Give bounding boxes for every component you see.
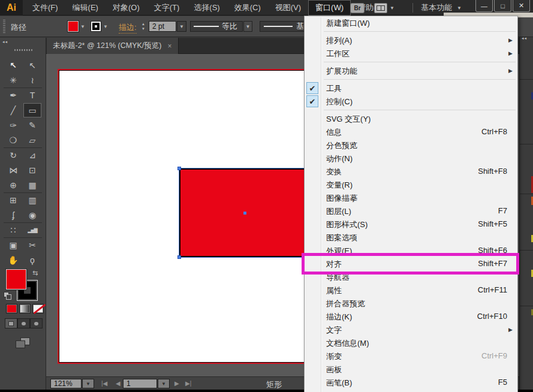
selection-tool[interactable]: ↖ — [4, 58, 22, 73]
mesh-tool[interactable]: ⊞ — [4, 193, 22, 207]
zoom-tool[interactable]: ϙ — [23, 253, 41, 267]
selection-handle[interactable] — [177, 255, 181, 259]
stroke-width-dropdown-icon[interactable]: ▼ — [177, 21, 186, 32]
menu-item-variables[interactable]: 变量(R) — [305, 178, 517, 191]
direct-selection-tool[interactable]: ↖ — [23, 58, 41, 73]
menu-item-arrange[interactable]: 排列(A)▶ — [305, 34, 517, 47]
previous-artboard-button[interactable]: ◀ — [116, 380, 121, 387]
slice-tool[interactable]: ✂ — [23, 238, 41, 252]
menu-item-pattern-options[interactable]: 图案选项 — [305, 231, 517, 244]
menubar-item[interactable]: 视图(V) — [268, 0, 308, 16]
menubar-item[interactable]: 文件(F) — [25, 0, 65, 16]
fill-color-chip[interactable] — [68, 21, 79, 32]
menu-item-attributes[interactable]: 属性Ctrl+F11 — [305, 284, 517, 297]
next-artboard-button[interactable]: ▶ — [174, 380, 179, 387]
artboard-dropdown-icon[interactable]: ▼ — [158, 379, 170, 388]
menu-item-layers[interactable]: 图层(L)F7 — [305, 204, 517, 218]
menu-item-control[interactable]: ✔控制(C) — [305, 95, 517, 108]
first-artboard-button[interactable]: |◀ — [101, 380, 107, 387]
fill-dropdown-icon[interactable]: ▼ — [80, 24, 85, 29]
stroke-dropdown-icon[interactable]: ▼ — [103, 24, 108, 29]
draw-normal-mode[interactable] — [5, 318, 17, 328]
rotate-tool[interactable]: ↻ — [4, 148, 22, 162]
menu-item-transform[interactable]: 变换Shift+F8 — [305, 165, 517, 178]
rectangle-tool[interactable]: ▭ — [23, 103, 41, 117]
menubar-item[interactable]: 窗口(W) — [308, 0, 351, 16]
menu-item-actions[interactable]: 动作(N) — [305, 152, 517, 165]
document-tab[interactable]: 未标题-2* @ 121% (CMYK/预览) × — [47, 38, 179, 54]
hand-tool[interactable]: ✋ — [4, 253, 22, 267]
gradient-button[interactable] — [19, 304, 31, 313]
lasso-tool[interactable]: ≀ — [23, 73, 41, 88]
default-fill-stroke-icon[interactable] — [4, 292, 12, 300]
close-tab-icon[interactable]: × — [167, 42, 171, 50]
menu-item-brushes[interactable]: 画笔(B)F5 — [305, 376, 517, 389]
minimize-button[interactable]: — — [475, 0, 493, 12]
selected-rectangle[interactable] — [179, 168, 310, 257]
menu-item-separations-preview[interactable]: 分色预览 — [305, 138, 517, 152]
stroke-width-field[interactable]: 2 pt — [149, 21, 176, 32]
fill-color-swatch[interactable] — [6, 269, 26, 290]
swap-fill-stroke-icon[interactable]: ⇆ — [32, 269, 38, 277]
panel-grip[interactable] — [14, 49, 34, 51]
blob-brush-tool[interactable]: ❍ — [4, 133, 22, 147]
magic-wand-tool[interactable]: ✳ — [4, 73, 22, 88]
collapse-panels-icon[interactable]: ◂◂ — [2, 40, 8, 44]
menu-item-stroke[interactable]: 描边(K)Ctrl+F10 — [305, 310, 517, 323]
pencil-tool[interactable]: ✎ — [23, 118, 41, 132]
last-artboard-button[interactable]: ▶| — [185, 380, 191, 387]
blend-tool[interactable]: ◉ — [23, 208, 41, 222]
zoom-dropdown-icon[interactable]: ▼ — [82, 379, 94, 388]
menu-item-info[interactable]: 信息Ctrl+F8 — [305, 125, 517, 138]
width-tool[interactable]: ⋈ — [4, 163, 22, 177]
menu-item-image-trace[interactable]: 图像描摹 — [305, 191, 517, 204]
width-profile-select[interactable]: 等比 — [190, 21, 243, 32]
menu-item-artboards[interactable]: 画板 — [305, 363, 517, 376]
menubar-item[interactable]: 效果(C) — [227, 0, 268, 16]
color-button[interactable] — [6, 304, 17, 313]
menu-item-document-info[interactable]: 文档信息(M) — [305, 336, 517, 349]
stroke-width-stepper[interactable]: ▲▼ — [140, 21, 147, 32]
panel-grip[interactable] — [3, 20, 5, 33]
menu-item-tools[interactable]: ✔工具 — [305, 82, 517, 95]
menubar-item[interactable]: 对象(O) — [106, 0, 147, 16]
none-button[interactable] — [32, 304, 44, 313]
menu-item-workspace[interactable]: 工作区▶ — [305, 47, 517, 60]
maximize-button[interactable]: □ — [494, 0, 511, 12]
line-segment-tool[interactable]: ╱ — [4, 103, 22, 117]
artboard-number-field[interactable]: 1 — [123, 379, 157, 388]
workspace-dropdown-icon[interactable]: ▼ — [457, 5, 462, 11]
menu-item-flattener-preview[interactable]: 拼合器预览 — [305, 297, 517, 310]
menu-item-svg-interactivity[interactable]: SVG 交互(Y) — [305, 112, 517, 125]
type-tool[interactable]: T — [23, 88, 41, 102]
menu-item-gradient[interactable]: 渐变Ctrl+F9 — [305, 349, 517, 363]
draw-behind-mode[interactable] — [17, 318, 30, 328]
arrange-documents-dropdown-icon[interactable]: ▼ — [390, 5, 395, 11]
menu-item-new-window[interactable]: 新建窗口(W) — [305, 16, 517, 29]
shape-builder-tool[interactable]: ⊕ — [4, 178, 22, 192]
draw-inside-mode[interactable] — [30, 318, 43, 328]
zoom-level-field[interactable]: 121% — [50, 379, 82, 388]
eraser-tool[interactable]: ▱ — [23, 133, 41, 147]
workspace-switcher[interactable]: 基本功能 — [421, 0, 452, 15]
stroke-panel-link[interactable]: 描边: — [119, 22, 137, 34]
paintbrush-tool[interactable]: ✑ — [4, 118, 22, 132]
perspective-grid-tool[interactable]: ▦ — [23, 178, 41, 192]
menu-item-type[interactable]: 文字▶ — [305, 323, 517, 336]
eyedropper-tool[interactable]: ʄ — [4, 208, 22, 222]
arrange-documents-icon[interactable] — [374, 3, 387, 13]
selection-handle[interactable] — [177, 167, 181, 170]
scale-tool[interactable]: ⊿ — [23, 148, 41, 162]
change-screen-mode-icon[interactable] — [16, 337, 31, 349]
width-profile-dropdown-icon[interactable]: ▼ — [243, 21, 252, 32]
artboard-tool[interactable]: ▣ — [4, 238, 22, 252]
menu-item-graphic-styles[interactable]: 图形样式(S)Shift+F5 — [305, 218, 517, 231]
free-transform-tool[interactable]: ⊡ — [23, 163, 41, 177]
stroke-color-chip[interactable] — [91, 21, 101, 32]
menubar-item[interactable]: 文字(T) — [147, 0, 187, 16]
symbol-sprayer-tool[interactable]: ∷ — [4, 223, 22, 237]
menu-item-extensions[interactable]: 扩展功能▶ — [305, 64, 517, 77]
right-panel-dock[interactable]: ≡ ◂◂ — [519, 16, 533, 390]
column-graph-tool[interactable]: ▂▅▇ — [23, 223, 41, 237]
menubar-item[interactable]: 编辑(E) — [65, 0, 106, 16]
